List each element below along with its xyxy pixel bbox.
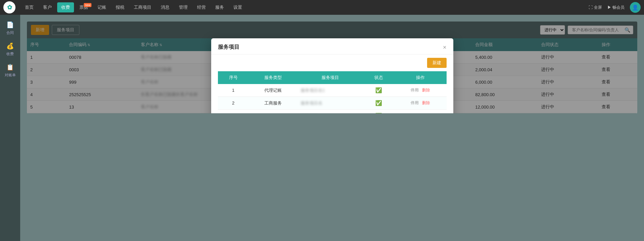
status-check-icon: ✅ [375,100,382,106]
nav-fees[interactable]: 收费 [57,2,74,12]
delete-button[interactable]: 删除 [422,101,430,105]
delete-button[interactable]: 删除 [422,88,430,92]
nav-bookkeeping[interactable]: 记账 [93,2,110,12]
status-check-icon: ✅ [375,113,382,113]
service-items-table: 序号 服务类型 服务项目 状态 操作 1 代理记账 [218,71,447,113]
modal-table-row: 1 代理记账 服务项目名1 ✅ 停用 删除 [218,84,447,97]
modal-cell-op: 停用 删除 [394,110,446,114]
modal-col-status: 状态 [363,71,394,84]
new-badge: new [84,3,91,7]
nav-items: 首页 客户 收费 票据 new 记账 报税 工商项目 消息 管理 经营 服务 设… [21,2,589,12]
top-navigation: ✿ 首页 客户 收费 票据 new 记账 报税 工商项目 消息 管理 经营 服务… [0,0,644,15]
modal-cell-status: ✅ [363,110,394,114]
modal-cell-item: 服务项目名 [297,97,363,110]
modal-cell-item: 服务项目 [297,110,363,114]
modal-cell-op: 停用 删除 [394,97,446,110]
sidebar-item-contract[interactable]: 📄 合同 [1,18,20,38]
left-sidebar: 📄 合同 💰 收费 📋 对账单 [0,15,20,241]
nav-operate[interactable]: 经营 [193,2,210,12]
modal-cell-type: 工商服务 [249,110,297,114]
modal-title: 服务项目 [218,44,239,51]
status-check-icon: ✅ [375,87,382,93]
logo: ✿ [3,1,15,13]
nav-settings[interactable]: 设置 [229,2,246,12]
modal-header: 服务项目 × [211,38,453,54]
modal-close-button[interactable]: × [443,44,447,50]
modal-table-row: 3 工商服务 服务项目 ✅ 停用 删除 [218,110,447,114]
modal-cell-no: 3 [218,110,249,114]
modal-table-row: 2 工商服务 服务项目名 ✅ 停用 删除 [218,97,447,110]
sidebar-item-fees-label: 收费 [6,51,14,56]
user-avatar[interactable]: 👤 [630,2,641,13]
contract-icon: 📄 [6,21,14,29]
modal-cell-status: ✅ [363,84,394,97]
sidebar-item-statement-label: 对账单 [5,73,16,78]
modal-col-no: 序号 [218,71,249,84]
nav-right: ⛶ 全屏 ▶ 畅会员 👤 [589,2,641,13]
modal-col-op: 操作 [394,71,446,84]
nav-message[interactable]: 消息 [157,2,174,12]
nav-invoice[interactable]: 票据 new [75,2,92,12]
nav-service[interactable]: 服务 [211,2,228,12]
modal-col-item: 服务项目 [297,71,363,84]
modal-new-button[interactable]: 新建 [427,58,447,68]
modal-cell-no: 2 [218,97,249,110]
modal-dialog: 服务项目 × 新建 序号 服务类型 服务项目 [211,38,453,113]
modal-cell-op: 停用 删除 [394,84,446,97]
nav-manage[interactable]: 管理 [175,2,192,12]
nav-tax[interactable]: 报税 [112,2,128,12]
nav-home[interactable]: 首页 [21,2,38,12]
main-layout: 📄 合同 💰 收费 📋 对账单 新增 服务项目 进行中 全部 已结束 [0,15,644,241]
modal-cell-no: 1 [218,84,249,97]
modal-toolbar: 新建 [211,54,453,71]
modal-overlay: 服务项目 × 新建 序号 服务类型 服务项目 [27,22,637,113]
statement-icon: 📋 [6,63,14,71]
sidebar-item-fees[interactable]: 💰 收费 [1,39,20,59]
modal-col-type: 服务类型 [249,71,297,84]
modal-cell-item: 服务项目名1 [297,84,363,97]
nav-customer[interactable]: 客户 [39,2,56,12]
member-btn[interactable]: ▶ 畅会员 [607,5,624,10]
fees-icon: 💰 [6,42,14,50]
modal-cell-status: ✅ [363,97,394,110]
main-panel: 新增 服务项目 进行中 全部 已结束 🔍 [27,22,637,113]
stop-button[interactable]: 停用 [411,88,419,92]
content-area: 新增 服务项目 进行中 全部 已结束 🔍 [20,15,644,241]
nav-industry[interactable]: 工商项目 [130,2,155,12]
modal-cell-type: 代理记账 [249,84,297,97]
modal-table-wrap: 序号 服务类型 服务项目 状态 操作 1 代理记账 [211,71,453,113]
sidebar-item-statement[interactable]: 📋 对账单 [1,61,20,80]
stop-button[interactable]: 停用 [411,101,419,105]
modal-cell-type: 工商服务 [249,97,297,110]
fullscreen-btn[interactable]: ⛶ 全屏 [589,5,602,10]
sidebar-item-contract-label: 合同 [6,30,14,35]
